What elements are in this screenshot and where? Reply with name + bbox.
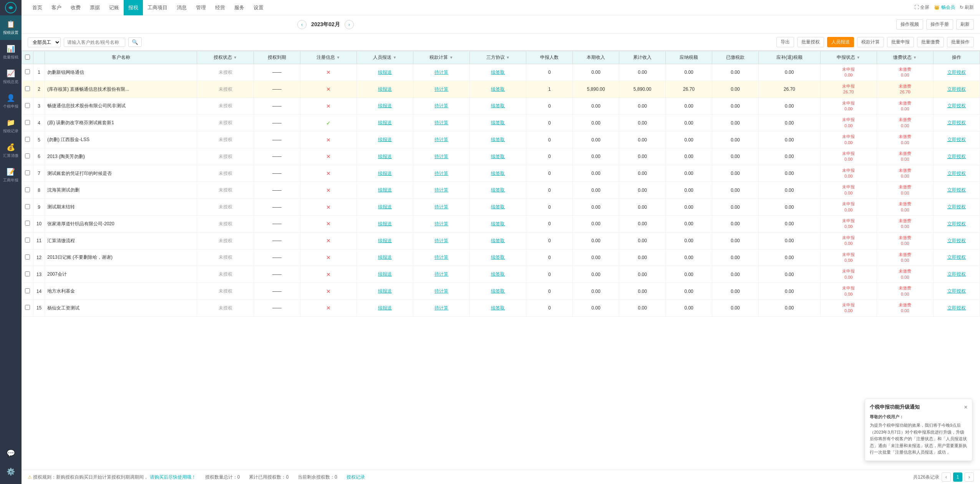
search-button[interactable]: 🔍 (128, 37, 142, 47)
auth-operation-button[interactable]: 立即授权 (947, 137, 966, 142)
nav-billing[interactable]: 收费 (66, 0, 85, 15)
next-month-button[interactable]: › (345, 20, 354, 29)
auth-operation-button[interactable]: 立即授权 (947, 120, 966, 125)
auth-operation-button[interactable]: 立即授权 (947, 305, 966, 311)
row-tax-refund: 0.00 (758, 283, 820, 300)
settings-button[interactable]: ⚙️ (3, 464, 18, 479)
nav-tax[interactable]: 报税 (124, 0, 143, 15)
nav-home[interactable]: 首页 (28, 0, 47, 15)
auth-operation-button[interactable]: 立即授权 (947, 238, 966, 243)
batch-auth-button[interactable]: 批量授权 (797, 37, 824, 47)
auth-operation-button[interactable]: 立即授权 (947, 271, 966, 277)
next-page-button[interactable]: › (965, 472, 974, 482)
sidebar-item-report-records[interactable]: 📁 报税记录 (0, 114, 22, 138)
row-checkbox[interactable] (25, 120, 30, 125)
prev-page-button[interactable]: ‹ (942, 472, 951, 482)
row-checkbox[interactable] (25, 69, 30, 74)
auth-operation-button[interactable]: 立即授权 (947, 154, 966, 159)
row-pay-status: 未缴费 0.00 (877, 249, 933, 266)
row-checkbox[interactable] (25, 254, 30, 259)
row-checkbox-cell (22, 115, 33, 131)
sidebar-item-batch-tax[interactable]: 📊 批量报税 (0, 40, 22, 65)
row-report-count: 0 (526, 98, 573, 115)
col-tax-payable: 应纳税额 (666, 51, 712, 64)
nav-messages[interactable]: 消息 (172, 0, 191, 15)
sidebar-item-personal-report[interactable]: 👤 个税申报 (0, 89, 22, 114)
auth-operation-button[interactable]: 立即授权 (947, 288, 966, 294)
batch-report-button[interactable]: 批量申报 (887, 37, 914, 47)
operation-manual-button[interactable]: 操作手册 (926, 19, 953, 30)
nav-accounts[interactable]: 记账 (104, 0, 124, 15)
table-row: 15 杨仙女工资测试 未授权 —— ✕ 续报送 待计算 续签取 0 0.00 0… (22, 299, 980, 316)
auth-operation-button[interactable]: 立即授权 (947, 204, 966, 210)
row-report-count: 0 (526, 199, 573, 216)
table-row: 11 汇算清缴流程 未授权 —— ✕ 续报送 待计算 续签取 0 0.00 0.… (22, 232, 980, 249)
auth-operation-button[interactable]: 立即授权 (947, 103, 966, 108)
row-checkbox[interactable] (25, 305, 30, 310)
sidebar-item-remittance[interactable]: 💰 汇算清缴 (0, 138, 22, 163)
auth-operation-button[interactable]: 立即授权 (947, 254, 966, 260)
row-checkbox[interactable] (25, 288, 30, 293)
personal-report-button[interactable]: 人员报送 (827, 37, 854, 47)
row-tax-paid: 0.00 (712, 232, 759, 249)
employee-filter[interactable]: 全部员工 (28, 37, 61, 47)
row-report-count: 0 (526, 249, 573, 266)
row-report-status: 未申报 0.00 (820, 283, 877, 300)
auth-operation-button[interactable]: 立即授权 (947, 86, 966, 92)
nav-operations[interactable]: 经营 (211, 0, 230, 15)
auth-link[interactable]: 请购买后尽快使用哦！ (150, 474, 196, 480)
row-checkbox[interactable] (25, 238, 30, 243)
auth-operation-button[interactable]: 立即授权 (947, 171, 966, 176)
header-refresh-button[interactable]: 刷新 (956, 19, 974, 30)
batch-operation-button[interactable]: 批量操作 (947, 37, 974, 47)
nav-invoice[interactable]: 票据 (85, 0, 104, 15)
row-checkbox[interactable] (25, 137, 30, 142)
export-button[interactable]: 导出 (776, 37, 794, 47)
reg-info-x-icon: ✕ (326, 187, 331, 193)
nav-clients[interactable]: 客户 (47, 0, 66, 15)
select-all-checkbox[interactable] (25, 55, 30, 60)
sidebar-item-tax-settings[interactable]: 📋 报税设置 (0, 15, 22, 40)
row-checkbox-cell (22, 266, 33, 283)
auth-operation-button[interactable]: 立即授权 (947, 70, 966, 75)
reg-info-x-icon: ✕ (326, 153, 331, 160)
auth-operation-button[interactable]: 立即授权 (947, 187, 966, 193)
member-button[interactable]: 👑 畅会员 (934, 4, 955, 11)
fullscreen-button[interactable]: ⛶ 全屏 (914, 4, 929, 11)
operation-video-button[interactable]: 操作视频 (896, 19, 923, 30)
row-checkbox[interactable] (25, 170, 30, 175)
row-checkbox[interactable] (25, 103, 30, 108)
notice-close-button[interactable]: × (964, 404, 967, 410)
row-checkbox[interactable] (25, 187, 30, 192)
batch-pay-button[interactable]: 批量缴费 (917, 37, 944, 47)
row-tax-paid: 0.00 (712, 81, 759, 98)
auth-operation-button[interactable]: 立即授权 (947, 221, 966, 226)
total-records: 共126条记录 (913, 474, 939, 481)
batch-tax-icon: 📊 (7, 45, 15, 53)
row-checkbox[interactable] (25, 153, 30, 158)
row-tax-calc: 待计算 (413, 232, 469, 249)
page-1-button[interactable]: 1 (953, 472, 962, 482)
nav-management[interactable]: 管理 (191, 0, 211, 15)
row-triparty: 续签取 (470, 199, 526, 216)
row-tax-payable: 26.70 (666, 81, 712, 98)
row-checkbox[interactable] (25, 271, 30, 276)
sidebar-item-tax-status[interactable]: 📈 报税总览 (0, 65, 22, 89)
auth-total: 授权数量总计：0 (205, 474, 240, 481)
nav-settings[interactable]: 设置 (249, 0, 268, 15)
row-report-status: 未申报 0.00 (820, 64, 877, 81)
search-input[interactable] (64, 38, 125, 47)
message-button[interactable]: 💬 (3, 446, 18, 461)
row-cumulative-income: 0.00 (619, 64, 666, 81)
record-link[interactable]: 授权记录 (347, 474, 365, 481)
nav-services[interactable]: 服务 (230, 0, 249, 15)
tax-calc-button[interactable]: 税款计算 (857, 37, 884, 47)
nav-business[interactable]: 工商项目 (143, 0, 172, 15)
row-report-status: 未申报 0.00 (820, 148, 877, 165)
prev-month-button[interactable]: ‹ (297, 20, 307, 29)
row-checkbox[interactable] (25, 221, 30, 226)
row-checkbox[interactable] (25, 204, 30, 209)
refresh-button[interactable]: ↻ 刷新 (960, 4, 974, 11)
row-checkbox[interactable] (25, 86, 30, 91)
sidebar-item-annual-report[interactable]: 📝 工商年报 (0, 163, 22, 188)
